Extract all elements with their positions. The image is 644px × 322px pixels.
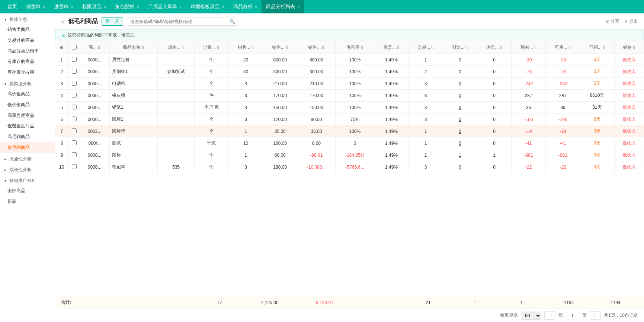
col-trade[interactable]: 交易...⇅ bbox=[408, 41, 443, 54]
sidebar-item-low-value[interactable]: 低价值商品 bbox=[0, 99, 55, 110]
col-available[interactable]: 可用...⇅ bbox=[546, 41, 580, 54]
sidebar-section-growth[interactable]: ▸ 成长性分析 bbox=[0, 164, 55, 175]
sidebar-item-new-goods[interactable]: 新品 bbox=[0, 196, 55, 207]
table-wrapper[interactable]: ⚙ 商...⇅ 商品名称⇅ 规格...⇅ 计量...⇅ 销售...⇅ 销售...… bbox=[55, 41, 644, 296]
search-input[interactable] bbox=[130, 19, 230, 24]
cell-checkbox[interactable] bbox=[68, 102, 80, 114]
sidebar-section-marketing[interactable]: ▾ 营销推广分析 bbox=[0, 175, 55, 185]
nav-product-analysis[interactable]: 商品分析 × bbox=[229, 0, 262, 13]
prev-page-button[interactable]: 〈 bbox=[544, 311, 555, 320]
cell-checkbox[interactable] bbox=[68, 161, 80, 173]
cell-checkbox[interactable] bbox=[68, 90, 80, 102]
table-row: 8 000/... 测试 千克 10 100.00 0.00 0 1.49% 1… bbox=[55, 137, 644, 149]
nav-product-in[interactable]: 产成品入库单 × bbox=[144, 0, 186, 13]
sidebar-item-high-value[interactable]: 高价值商品 bbox=[0, 89, 55, 99]
col-current[interactable]: 现有...⇅ bbox=[512, 41, 546, 54]
col-sales-price[interactable]: 销售...⇅ bbox=[263, 41, 297, 54]
row-checkbox[interactable] bbox=[72, 164, 77, 169]
nav-purchase[interactable]: 进货单 × bbox=[49, 0, 77, 13]
col-unit[interactable]: 计量...⇅ bbox=[194, 41, 228, 54]
search-icon: 🔍 bbox=[230, 19, 235, 24]
page-size-select[interactable]: 50 100 bbox=[521, 312, 541, 320]
date-filter-button[interactable]: 近一月 bbox=[102, 17, 123, 26]
row-checkbox[interactable] bbox=[72, 93, 77, 98]
nav-sales[interactable]: 销货单 × bbox=[22, 0, 49, 13]
cell-browse1[interactable]: 0 bbox=[443, 161, 477, 173]
sidebar-section-flow[interactable]: ▸ 流通性分析 bbox=[0, 153, 55, 164]
sidebar-section-overall[interactable]: ▾ 整体信息 bbox=[0, 13, 55, 24]
cell-checkbox[interactable] bbox=[68, 54, 80, 66]
col-tag[interactable]: 标签⇅ bbox=[614, 41, 644, 54]
sidebar-item-low-coverage[interactable]: 低覆盖度商品 bbox=[0, 121, 55, 131]
nav-role[interactable]: 角色授权 × bbox=[110, 0, 143, 13]
sidebar-item-category-rate[interactable]: 商品分类助销率 bbox=[0, 46, 55, 57]
col-name[interactable]: 商品名称⇅ bbox=[109, 41, 157, 54]
cell-browse1[interactable]: 0 bbox=[443, 78, 477, 90]
sidebar-section-cluster[interactable]: ▾ 类聚度分析 bbox=[0, 78, 55, 89]
sidebar-item-in-stock[interactable]: 有库存的商品 bbox=[0, 56, 55, 67]
nav-sales-close[interactable]: × bbox=[43, 4, 45, 9]
share-button[interactable]: ⎗ 分享 bbox=[606, 18, 619, 25]
nav-product-in-close[interactable]: × bbox=[179, 4, 182, 9]
next-page-button[interactable]: 〉 bbox=[590, 311, 601, 320]
nav-permission[interactable]: 权限设置 × bbox=[78, 0, 110, 13]
row-checkbox[interactable] bbox=[72, 140, 77, 145]
sidebar-item-low-margin[interactable]: 低毛利商品 bbox=[0, 142, 55, 153]
nav-product-analysis-list-close[interactable]: × bbox=[297, 4, 299, 9]
page-number-input[interactable] bbox=[566, 312, 579, 319]
cell-browse1[interactable]: 0 bbox=[443, 125, 477, 137]
col-sellable[interactable]: 可销...⇅ bbox=[580, 41, 614, 54]
cell-checkbox[interactable] bbox=[68, 114, 80, 125]
row-checkbox[interactable] bbox=[72, 81, 77, 86]
nav-permission-close[interactable]: × bbox=[104, 4, 106, 9]
col-spec[interactable]: 规格...⇅ bbox=[158, 41, 195, 54]
col-browse2[interactable]: 浏览...⇅ bbox=[477, 41, 511, 54]
cell-browse1[interactable]: 0 bbox=[443, 66, 477, 78]
col-gross-rate[interactable]: 毛利率⇅ bbox=[336, 41, 374, 54]
share-icon: ⎗ bbox=[606, 19, 609, 24]
col-coverage[interactable]: 覆盖...⇅ bbox=[374, 41, 408, 54]
cell-browse1[interactable]: 0 bbox=[443, 102, 477, 114]
cell-checkbox[interactable] bbox=[68, 137, 80, 149]
nav-template[interactable]: 单据模板设置 × bbox=[186, 0, 228, 13]
export-button[interactable]: ⇪ 导出 bbox=[624, 18, 638, 25]
col-sales-amount[interactable]: 销售...⇅ bbox=[297, 41, 336, 54]
nav-product-analysis-close[interactable]: × bbox=[255, 4, 257, 9]
collapse-icon-flow: ▸ bbox=[4, 157, 6, 161]
cell-browse1[interactable]: 0 bbox=[443, 90, 477, 102]
row-checkbox[interactable] bbox=[72, 69, 77, 74]
nav-product-analysis-list[interactable]: 商品分析列表 × bbox=[262, 0, 304, 13]
col-code[interactable]: 商...⇅ bbox=[80, 41, 109, 54]
col-checkbox[interactable] bbox=[68, 41, 80, 54]
cell-checkbox[interactable] bbox=[68, 66, 80, 78]
col-sales-qty[interactable]: 销售...⇅ bbox=[229, 41, 263, 54]
row-checkbox[interactable] bbox=[72, 117, 77, 121]
cell-checkbox[interactable] bbox=[68, 78, 80, 90]
nav-home[interactable]: 首页 bbox=[3, 0, 22, 13]
row-checkbox[interactable] bbox=[72, 57, 77, 62]
sidebar-item-traded-goods[interactable]: 交易过的商品 bbox=[0, 35, 55, 46]
sidebar-item-high-coverage[interactable]: 高覆盖度商品 bbox=[0, 110, 55, 121]
col-browse1[interactable]: 浏览...⇅ bbox=[443, 41, 477, 54]
nav-role-close[interactable]: × bbox=[137, 4, 139, 9]
col-settings[interactable]: ⚙ bbox=[55, 41, 68, 54]
cell-spec bbox=[158, 125, 195, 137]
sidebar-item-all-goods[interactable]: 全部商品 bbox=[0, 185, 55, 196]
sidebar-item-high-margin[interactable]: 高毛利商品 bbox=[0, 131, 55, 142]
cell-checkbox[interactable] bbox=[68, 149, 80, 161]
sidebar-item-stock-capital[interactable]: 库存资金占用 bbox=[0, 67, 55, 78]
cell-browse1[interactable]: 1 bbox=[443, 149, 477, 161]
sidebar-item-sales-goods[interactable]: 销售类商品 bbox=[0, 24, 55, 35]
row-checkbox[interactable] bbox=[72, 128, 77, 133]
nav-template-close[interactable]: × bbox=[222, 4, 224, 9]
cell-browse1[interactable]: 0 bbox=[443, 137, 477, 149]
select-all-checkbox[interactable] bbox=[72, 45, 77, 50]
nav-purchase-close[interactable]: × bbox=[71, 4, 73, 9]
cell-browse1[interactable]: 0 bbox=[443, 54, 477, 66]
notice-banner: ⚠ 这部分商品的利润非常低，请关注 bbox=[55, 29, 644, 41]
cell-browse1[interactable]: 0 bbox=[443, 114, 477, 125]
row-checkbox[interactable] bbox=[72, 105, 77, 109]
row-checkbox[interactable] bbox=[72, 152, 77, 157]
sidebar-collapse-btn[interactable]: « bbox=[61, 18, 64, 25]
cell-checkbox[interactable] bbox=[68, 125, 80, 137]
